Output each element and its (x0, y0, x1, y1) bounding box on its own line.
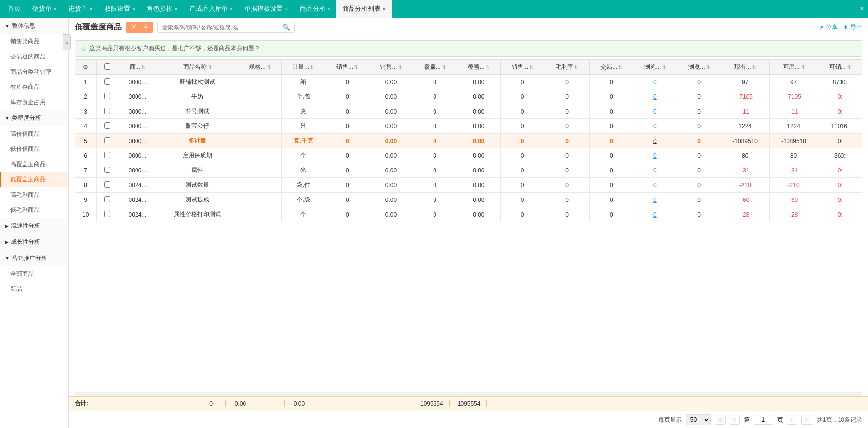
sidebar-item-low-coverage[interactable]: 低覆盖度商品 (0, 172, 68, 187)
row-select-checkbox[interactable] (104, 78, 110, 85)
row-checkbox[interactable] (97, 148, 118, 163)
sidebar-section-overview[interactable]: ▼ 整体信息 (0, 18, 68, 34)
nav-templates[interactable]: 单据模板设置 × (239, 0, 294, 18)
nav-close-production[interactable]: × (230, 6, 233, 12)
row-checkbox[interactable] (97, 89, 118, 104)
row-browse1[interactable]: 0 (633, 178, 677, 193)
row-checkbox[interactable] (97, 207, 118, 222)
row-checkbox[interactable] (97, 75, 118, 89)
row-select-checkbox[interactable] (104, 93, 110, 99)
sidebar-item-low-value[interactable]: 低价值商品 (0, 142, 68, 157)
row-browse1[interactable]: 0 (633, 75, 677, 89)
row-browse1[interactable]: 0 (633, 134, 677, 148)
share-button[interactable]: ↗ 分享 (819, 23, 838, 31)
sort-sales-qty-icon[interactable]: ⇅ (354, 64, 358, 70)
nav-analysis[interactable]: 商品分析 × (294, 0, 336, 18)
row-browse1[interactable]: 0 (633, 119, 677, 134)
sort-code-icon[interactable]: ⇅ (141, 64, 145, 70)
nav-sales[interactable]: 销货单 × (27, 0, 62, 18)
row-select-checkbox[interactable] (104, 122, 110, 129)
nav-close-purchase[interactable]: × (89, 6, 92, 12)
row-select-checkbox[interactable] (104, 211, 110, 217)
sidebar-section-growth[interactable]: ▶ 成长性分析 (0, 234, 68, 250)
sidebar-section-marketing[interactable]: ▼ 营销推广分析 (0, 250, 68, 266)
sort-available-icon[interactable]: ⇅ (801, 64, 805, 70)
sort-browse1-icon[interactable]: ⇅ (662, 64, 666, 70)
table-container[interactable]: ⚙ 商...⇅ 商品名称⇅ 规格...⇅ 计量...⇅ 销售...⇅ 销售...… (75, 59, 862, 392)
settings-icon[interactable]: ⚙ (83, 64, 88, 71)
nav-permissions[interactable]: 权限设置 × (99, 0, 141, 18)
sidebar-item-high-coverage[interactable]: 高覆盖度商品 (0, 157, 68, 172)
table-footer: 合计: 0 0.00 0.00 -1095554 -1095554 (69, 396, 868, 411)
last-page-button[interactable]: >| (801, 415, 813, 425)
sort-unit-icon[interactable]: ⇅ (310, 64, 314, 70)
nav-close-analysis[interactable]: × (327, 6, 330, 12)
select-all-checkbox[interactable] (104, 63, 110, 70)
col-settings[interactable]: ⚙ (75, 60, 97, 75)
first-page-button[interactable]: K (715, 415, 726, 425)
nav-analysis-list[interactable]: 商品分析列表 × (336, 0, 391, 18)
row-browse1[interactable]: 0 (633, 207, 677, 222)
row-select-checkbox[interactable] (104, 152, 110, 158)
search-input[interactable] (162, 24, 282, 31)
nav-close-roles[interactable]: × (174, 6, 177, 12)
page-number-input[interactable] (754, 415, 773, 425)
row-browse1[interactable]: 0 (633, 193, 677, 207)
row-select-checkbox[interactable] (104, 196, 110, 202)
row-browse1[interactable]: 0 (633, 104, 677, 119)
row-checkbox[interactable] (97, 163, 118, 178)
filter-button[interactable]: 近一月 (126, 22, 153, 33)
sidebar-item-sales-goods[interactable]: 销售类商品 (0, 34, 68, 49)
sidebar-item-all-goods[interactable]: 全部商品 (0, 266, 68, 282)
row-select-checkbox[interactable] (104, 181, 110, 188)
row-checkbox[interactable] (97, 134, 118, 148)
sort-cover2-icon[interactable]: ⇅ (486, 64, 489, 70)
sort-gross-icon[interactable]: ⇅ (574, 64, 578, 70)
row-browse1[interactable]: 0 (633, 148, 677, 163)
nav-close-templates[interactable]: × (285, 6, 288, 12)
row-checkbox[interactable] (97, 104, 118, 119)
row-select-checkbox[interactable] (104, 108, 110, 114)
sort-trade-icon[interactable]: ⇅ (618, 64, 622, 70)
sort-current-icon[interactable]: ⇅ (752, 64, 756, 70)
sort-name-icon[interactable]: ⇅ (208, 64, 212, 70)
sidebar-item-new-goods[interactable]: 新品 (0, 282, 68, 297)
row-browse1[interactable]: 0 (633, 163, 677, 178)
row-browse1[interactable]: 0 (633, 89, 677, 104)
sort-cover1-icon[interactable]: ⇅ (442, 64, 446, 70)
sort-spec-icon[interactable]: ⇅ (267, 64, 271, 70)
nav-purchase[interactable]: 进货单 × (62, 0, 98, 18)
sort-browse2-icon[interactable]: ⇅ (706, 64, 710, 70)
sidebar-item-traded-goods[interactable]: 交易过的商品 (0, 49, 68, 64)
sidebar-section-liquidity[interactable]: ▶ 流通性分析 (0, 218, 68, 234)
sidebar-collapse-button[interactable]: « (63, 34, 71, 50)
row-checkbox[interactable] (97, 193, 118, 207)
next-page-button[interactable]: > (787, 415, 797, 425)
sidebar-item-high-value[interactable]: 高价值商品 (0, 126, 68, 142)
row-select-checkbox[interactable] (104, 167, 110, 173)
sidebar-item-low-margin[interactable]: 低毛利商品 (0, 202, 68, 218)
export-button[interactable]: ⬆ 导出 (843, 23, 862, 31)
horizontal-scrollbar[interactable] (75, 392, 862, 396)
nav-production[interactable]: 产成品入库单 × (184, 0, 239, 18)
sort-sales-amt-icon[interactable]: ⇅ (398, 64, 402, 70)
row-select-checkbox[interactable] (104, 137, 110, 143)
nav-close-permissions[interactable]: × (132, 6, 135, 12)
row-checkbox[interactable] (97, 178, 118, 193)
sidebar-item-inventory-funds[interactable]: 库存资金占用 (0, 95, 68, 110)
page-size-select[interactable]: 50 100 200 (686, 414, 711, 425)
row-checkbox[interactable] (97, 119, 118, 134)
prev-page-button[interactable]: < (730, 415, 740, 425)
nav-close-sales[interactable]: × (54, 6, 56, 12)
col-checkbox[interactable] (97, 60, 118, 75)
nav-roles[interactable]: 角色授权 × (141, 0, 183, 18)
nav-close-analysis-list[interactable]: × (382, 6, 385, 12)
nav-home[interactable]: 首页 (2, 0, 27, 18)
sort-sellable-icon[interactable]: ⇅ (847, 64, 851, 70)
sort-sales3-icon[interactable]: ⇅ (529, 64, 533, 70)
sidebar-section-cluster[interactable]: ▼ 类群度分析 (0, 110, 68, 126)
sidebar-item-stocked-goods[interactable]: 有库存商品 (0, 80, 68, 95)
window-close-button[interactable]: × (860, 4, 864, 13)
sidebar-item-category-turnover[interactable]: 商品分类动销率 (0, 64, 68, 80)
sidebar-item-high-margin[interactable]: 高毛利商品 (0, 187, 68, 202)
